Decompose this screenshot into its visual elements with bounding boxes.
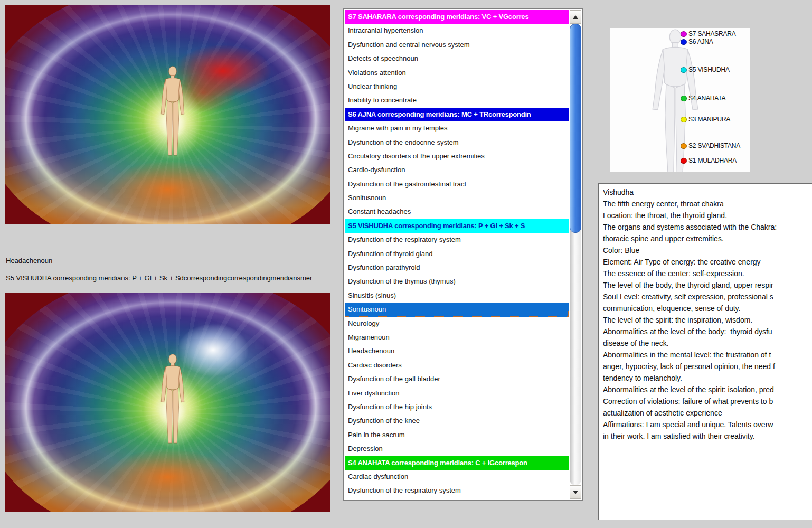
list-item[interactable]: Depression: [345, 442, 569, 456]
list-section-header[interactable]: S7 SAHARARA corresponding meridians: VC …: [345, 10, 569, 24]
list-item[interactable]: Violations attention: [345, 66, 569, 80]
chakra-point: S6 AJNA: [681, 39, 713, 45]
list-item[interactable]: Unclear thinking: [345, 80, 569, 93]
chakra-dot-icon: [681, 158, 687, 164]
chakra-label: S3 MANIPURA: [688, 116, 730, 123]
symptom-listbox[interactable]: S7 SAHARARA corresponding meridians: VC …: [343, 8, 583, 501]
list-item[interactable]: Dysfunction of the respiratory system: [345, 233, 569, 247]
scroll-up-button[interactable]: [570, 10, 581, 24]
list-item[interactable]: Neurology: [345, 317, 569, 331]
list-section-header[interactable]: S6 AJNA corresponding meridians: MC + TR…: [345, 108, 569, 121]
chakra-label: S1 MULADHARA: [688, 157, 737, 164]
list-item[interactable]: Cardio-dysfunction: [345, 163, 569, 177]
chakra-dot-icon: [681, 96, 687, 101]
list-item[interactable]: Dysfunction of the thymus (thymus): [345, 275, 569, 288]
scrollbar-thumb[interactable]: [570, 24, 581, 233]
chakra-label: S4 ANAHATA: [688, 95, 725, 102]
chakra-dot-icon: [681, 31, 687, 37]
chakra-dot-icon: [681, 117, 687, 122]
person-figure-icon: [155, 343, 191, 457]
triangle-down-icon: [573, 491, 578, 494]
chakra-label: S6 AJNA: [688, 38, 713, 45]
aura-image-top: [5, 5, 330, 224]
list-item[interactable]: Dysfunction of the knee: [345, 414, 569, 428]
scrollbar-track[interactable]: [570, 24, 581, 485]
list-item[interactable]: Defects of speechnoun: [345, 52, 569, 65]
triangle-up-icon: [573, 15, 578, 19]
list-item[interactable]: Circulatory disorders of the upper extre…: [345, 149, 569, 163]
chakra-point: S2 SVADHISTANA: [681, 143, 740, 149]
list-item[interactable]: Dysfunction of the endocrine system: [345, 136, 569, 149]
list-item[interactable]: Inability to concentrate: [345, 93, 569, 107]
list-item[interactable]: Sinusitis (sinus): [345, 289, 569, 303]
chakra-point: S3 MANIPURA: [681, 116, 730, 122]
chakra-point: S4 ANAHATA: [681, 95, 725, 101]
list-item[interactable]: Dysfunction of the gall bladder: [345, 372, 569, 386]
aura-image-bottom: [5, 293, 330, 512]
list-section-header[interactable]: S4 ANAHATA corresponding meridians: C + …: [345, 456, 569, 470]
person-figure-icon: [155, 55, 191, 169]
list-scrollbar[interactable]: [570, 10, 581, 499]
list-item[interactable]: Sonitusnoun: [345, 303, 569, 316]
application-window: Headachenoun S5 VISHUDHA corresponding m…: [0, 0, 812, 528]
list-item[interactable]: Pain in the sacrum: [345, 428, 569, 442]
scroll-down-button[interactable]: [570, 485, 581, 499]
chakra-dot-icon: [681, 67, 687, 73]
list-item[interactable]: Constant headaches: [345, 205, 569, 219]
chakra-label: S7 SAHASRARA: [688, 30, 736, 37]
list-section-header[interactable]: S5 VISHUDHA corresponding meridians: P +…: [345, 219, 569, 233]
chakra-dot-icon: [681, 39, 687, 45]
list-item[interactable]: Cardiac disorders: [345, 359, 569, 372]
list-item[interactable]: Dysfunction of thyroid gland: [345, 247, 569, 261]
list-item[interactable]: Migrainenoun: [345, 331, 569, 344]
list-item[interactable]: Dysfunction and central nervous system: [345, 38, 569, 52]
chakra-label: S5 VISHUDHA: [688, 66, 730, 73]
list-item[interactable]: Cardiac dysfunction: [345, 470, 569, 484]
list-item[interactable]: Intracranial hypertension: [345, 24, 569, 37]
chakra-point: S5 VISHUDHA: [681, 67, 730, 73]
chakra-description-text: Vishudha The fifth energy center, throat…: [603, 186, 812, 517]
list-item[interactable]: Sonitusnoun: [345, 191, 569, 205]
list-item[interactable]: Migraine with pain in my temples: [345, 121, 569, 135]
list-item[interactable]: Dysfunction of the hip joints: [345, 400, 569, 414]
list-item[interactable]: Dysfunction of the respiratory system: [345, 484, 569, 497]
selected-symptom-caption: Headachenoun: [6, 257, 52, 265]
list-item[interactable]: Dysfunction parathyroid: [345, 261, 569, 275]
body-map-panel: S7 SAHASRARAS6 AJNAS5 VISHUDHAS4 ANAHATA…: [610, 28, 750, 172]
chakra-description-panel: Vishudha The fifth energy center, throat…: [598, 183, 812, 520]
chakra-point: S1 MULADHARA: [681, 157, 737, 164]
list-item[interactable]: Liver dysfunction: [345, 386, 569, 400]
chakra-point: S7 SAHASRARA: [681, 31, 736, 37]
list-item[interactable]: Dysfunction of the gastrointestinal trac…: [345, 177, 569, 191]
symptom-list-rows: S7 SAHARARA corresponding meridians: VC …: [345, 10, 569, 499]
chakra-dot-icon: [681, 143, 687, 149]
list-item[interactable]: Headachenoun: [345, 344, 569, 358]
selected-section-caption: S5 VISHUDHA corresponding meridians: P +…: [6, 274, 312, 282]
chakra-label: S2 SVADHISTANA: [688, 142, 740, 149]
